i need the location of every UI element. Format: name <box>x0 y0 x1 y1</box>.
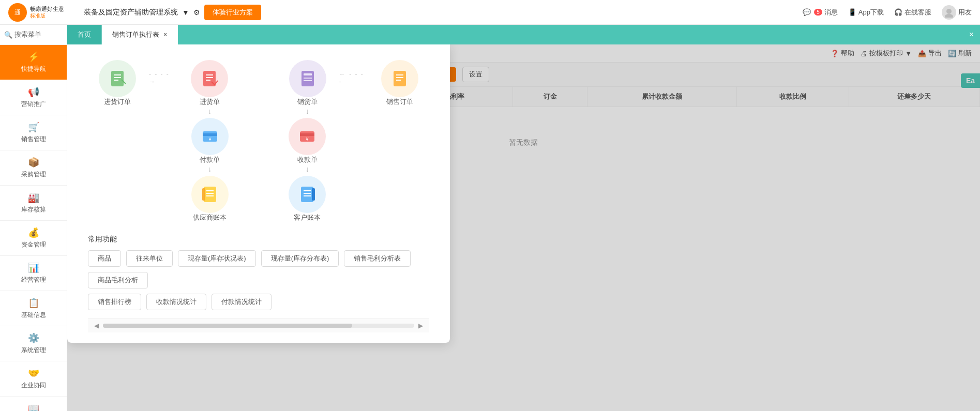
app-download-item[interactable]: 📱 App下载 <box>848 8 884 17</box>
logo-area: 通 畅康通好生意 标准版 <box>8 3 76 22</box>
common-btn-inventory-dist[interactable]: 现存量(库存分布表) <box>261 250 339 267</box>
sidebar-item-marketing[interactable]: 📢 营销推广 <box>0 80 67 115</box>
scroll-bar-area: ◀ ▶ <box>88 318 429 332</box>
title-dropdown-arrow[interactable]: ▼ <box>182 8 189 17</box>
svg-rect-25 <box>300 133 314 136</box>
message-badge: 5 <box>814 9 822 16</box>
sidebar-item-inventory[interactable]: 🏭 库存核算 <box>0 186 67 221</box>
flow-row-arrows2: ↓ ↓ <box>88 164 429 174</box>
flow-col-receipt: ¥ 收款单 <box>278 118 337 164</box>
receipt-circle[interactable]: ¥ <box>289 118 326 155</box>
svg-rect-22 <box>203 133 217 136</box>
tab-sales-order[interactable]: 销售订单执行表 × <box>102 25 178 44</box>
flow-col-payment: ¥ 付款单 <box>180 118 239 164</box>
sidebar-item-quick-nav[interactable]: ⚡ 快捷导航 <box>0 45 67 80</box>
purchase-bill-circle[interactable] <box>191 60 228 97</box>
app-download-icon: 📱 <box>848 8 856 16</box>
svg-rect-36 <box>312 188 315 201</box>
svg-rect-31 <box>202 188 205 201</box>
tab-bar: 首页 销售订单执行表 × × <box>67 25 980 44</box>
tab-close-icon[interactable]: × <box>163 31 167 38</box>
sidebar-item-system[interactable]: ⚙️ 系统管理 <box>0 326 67 361</box>
user-item[interactable]: 用友 <box>942 5 972 20</box>
common-btn-inventory-status[interactable]: 现存量(库存状况表) <box>178 250 256 267</box>
receipt-label: 收款单 <box>297 155 318 164</box>
tab-home[interactable]: 首页 <box>67 25 102 44</box>
sidebar-item-basic-info[interactable]: 📋 基础信息 <box>0 291 67 326</box>
sidebar-item-operations[interactable]: 📊 经营管理 <box>0 256 67 291</box>
sales-bill-circle[interactable] <box>289 60 326 97</box>
scroll-left-arrow[interactable]: ◀ <box>94 322 99 329</box>
sales-bill-label: 销货单 <box>297 97 318 106</box>
supplier-ledger-circle[interactable] <box>191 176 229 213</box>
purchase-icon: 📦 <box>28 157 39 168</box>
message-item[interactable]: 💬 5 消息 <box>803 8 838 17</box>
common-btn-goods-profit[interactable]: 商品毛利分析 <box>88 272 148 288</box>
online-service-item[interactable]: 🎧 在线客服 <box>894 8 931 17</box>
customer-ledger-circle[interactable] <box>289 176 326 213</box>
sidebar-item-sales[interactable]: 🛒 销售管理 <box>0 115 67 150</box>
cooperation-icon: 🤝 <box>28 368 39 379</box>
avatar <box>942 5 956 20</box>
operations-icon: 📊 <box>28 262 39 273</box>
common-functions-title: 常用功能 <box>88 235 429 244</box>
svg-text:¥: ¥ <box>306 136 309 142</box>
common-btn-payment-stats[interactable]: 付款情况统计 <box>212 294 272 310</box>
tab-bar-close-icon[interactable]: × <box>969 30 974 39</box>
system-title-area: 装备及固定资产辅助管理系统 ▼ ⚙ 体验行业方案 <box>76 5 803 20</box>
app-download-label: App下载 <box>858 8 884 17</box>
arrow-v-sales: ↓ <box>306 108 309 115</box>
payment-circle[interactable]: ¥ <box>191 118 229 155</box>
flow-diagram: 进货订单 - - - - → <box>88 60 429 222</box>
settings-icon[interactable]: ⚙ <box>193 8 200 17</box>
popup-overlay[interactable]: 进货订单 - - - - → <box>67 44 980 411</box>
sales-order-circle[interactable] <box>381 60 418 97</box>
sidebar-item-purchase[interactable]: 📦 采购管理 <box>0 150 67 186</box>
popup-panel: 进货订单 - - - - → <box>67 44 450 343</box>
arrow-v-purchase: ↓ <box>208 108 212 115</box>
finance-icon: 💰 <box>28 227 39 238</box>
purchase-order-circle[interactable] <box>99 60 136 97</box>
svg-point-3 <box>945 14 953 18</box>
sidebar-item-cooperation[interactable]: 🤝 企业协同 <box>0 361 67 397</box>
sidebar-item-finance[interactable]: 💰 资金管理 <box>0 221 67 256</box>
scroll-right-arrow[interactable]: ▶ <box>418 322 423 329</box>
header-right: 💬 5 消息 📱 App下载 🎧 在线客服 用友 <box>803 5 972 20</box>
inventory-icon: 🏭 <box>28 192 39 203</box>
basic-info-icon: 📋 <box>28 297 39 309</box>
common-btn-goods[interactable]: 商品 <box>88 250 121 267</box>
supplier-ledger-label: 供应商账本 <box>193 213 227 222</box>
online-service-label: 在线客服 <box>904 8 931 17</box>
common-btn-partners[interactable]: 往来单位 <box>126 250 173 267</box>
svg-rect-27 <box>204 187 216 202</box>
payment-label: 付款单 <box>200 155 220 164</box>
svg-text:通: 通 <box>14 9 21 16</box>
scroll-thumb[interactable] <box>103 324 352 328</box>
svg-rect-13 <box>301 71 314 86</box>
common-btn-sales-rank[interactable]: 销售排行榜 <box>88 294 141 310</box>
purchase-bill-label: 进货单 <box>200 97 220 106</box>
purchase-order-label: 进货订单 <box>104 97 131 106</box>
app-logo-icon: 通 <box>8 3 27 22</box>
svg-rect-32 <box>301 187 313 202</box>
sidebar-item-beginner[interactable]: 📖 新手引导 <box>0 397 67 411</box>
message-icon: 💬 <box>803 8 811 16</box>
sidebar-search[interactable]: 🔍 搜索菜单 <box>0 25 67 45</box>
beginner-icon: 📖 <box>28 403 39 411</box>
flow-row-1: 进货订单 - - - - → <box>88 60 429 106</box>
content-area: 首页 销售订单执行表 × × ❓ 帮助 🖨 按模板打印 ▼ <box>67 25 980 411</box>
flow-col-sales-order: 销售订单 <box>370 60 429 106</box>
flow-col-customer-ledger: 客户账本 <box>278 176 337 222</box>
flow-row-3: 供应商账本 <box>88 176 429 222</box>
top-header: 通 畅康通好生意 标准版 装备及固定资产辅助管理系统 ▼ ⚙ 体验行业方案 💬 … <box>0 0 980 25</box>
scroll-track[interactable] <box>103 324 414 328</box>
trial-button[interactable]: 体验行业方案 <box>204 5 261 20</box>
online-service-icon: 🎧 <box>894 8 902 16</box>
user-label: 用友 <box>958 8 972 17</box>
logo-text: 畅康通好生意 标准版 <box>30 5 64 19</box>
system-icon: ⚙️ <box>28 332 39 344</box>
common-functions: 常用功能 商品 往来单位 现存量(库存状况表) 现存量(库存分布表) 销售毛利分… <box>88 235 429 310</box>
arrow-v-payment: ↓ <box>208 165 212 173</box>
common-btn-receipt-stats[interactable]: 收款情况统计 <box>146 294 206 310</box>
common-btn-sales-analysis[interactable]: 销售毛利分析表 <box>344 250 411 267</box>
